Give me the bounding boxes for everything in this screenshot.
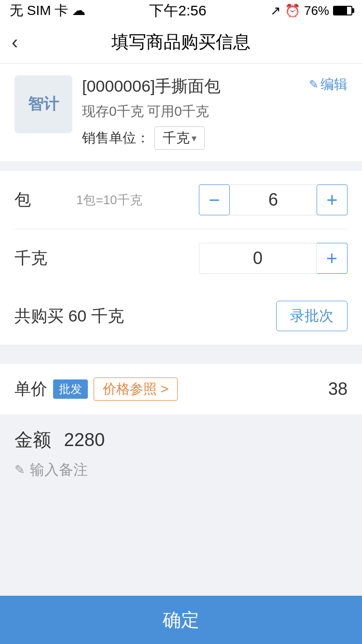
qianke-label: 千克 [14, 247, 72, 269]
amount-row: 金额 2280 [14, 428, 348, 452]
status-time: 下午2:56 [149, 1, 206, 21]
product-stock: 现存0千克 可用0千克 [82, 102, 348, 121]
summary-text: 共购买 60 千克 [14, 305, 124, 327]
battery-label: 76% [304, 3, 329, 18]
bao-qty-input[interactable] [230, 184, 317, 215]
price-tag: 批发 [53, 379, 88, 399]
status-left: 无 SIM 卡 ☁ [10, 1, 85, 20]
unit-row-label: 销售单位： [82, 129, 150, 147]
bao-section: 包 1包=10千克 − + 千克 + [0, 171, 362, 287]
bao-qty-control: − + [199, 184, 348, 215]
qianke-qty-control: + [199, 243, 348, 274]
bao-row: 包 1包=10千克 − + [14, 171, 348, 229]
sim-label: 无 SIM 卡 ☁ [10, 1, 85, 20]
nav-bar: ‹ 填写商品购买信息 [0, 21, 362, 64]
batch-button[interactable]: 录批次 [276, 301, 348, 331]
bao-decrement-button[interactable]: − [199, 184, 230, 215]
qianke-qty-input[interactable] [199, 243, 317, 274]
bao-sublabel: 1包=10千克 [76, 192, 199, 209]
price-label: 单价 [14, 378, 47, 400]
amount-label: 金额 [14, 430, 51, 450]
confirm-button[interactable]: 确定 [0, 596, 362, 644]
battery-icon [333, 6, 352, 15]
back-button[interactable]: ‹ [12, 31, 18, 53]
status-right: ↗ ⏰ 76% [270, 3, 352, 18]
bao-increment-button[interactable]: + [317, 184, 348, 215]
bao-label: 包 [14, 189, 72, 211]
note-label: 输入备注 [30, 460, 88, 480]
price-ref-button[interactable]: 价格参照 > [94, 378, 178, 401]
product-thumbnail: 智计 [14, 75, 72, 133]
unit-select[interactable]: 千克 ▾ [154, 126, 205, 150]
status-bar: 无 SIM 卡 ☁ 下午2:56 ↗ ⏰ 76% [0, 0, 362, 21]
edit-button[interactable]: ✎ 编辑 [309, 75, 348, 94]
section-divider-2 [0, 345, 362, 354]
product-name: [0000006]手撕面包 [82, 75, 348, 98]
dropdown-icon: ▾ [192, 132, 196, 144]
amount-section: 金额 2280 ✎ 输入备注 [0, 414, 362, 486]
qianke-increment-button[interactable]: + [317, 243, 348, 274]
amount-value: 2280 [64, 430, 105, 450]
location-icon: ↗ [270, 3, 281, 18]
price-section: 单价 批发 价格参照 > 38 [0, 364, 362, 414]
product-info: [0000006]手撕面包 现存0千克 可用0千克 销售单位： 千克 ▾ [82, 75, 348, 150]
product-logo: 智计 [28, 94, 59, 115]
section-divider-1 [0, 161, 362, 171]
alarm-icon: ⏰ [285, 3, 300, 18]
pencil-icon: ✎ [14, 462, 25, 477]
page-title: 填写商品购买信息 [111, 30, 251, 54]
product-unit-row: 销售单位： 千克 ▾ [82, 126, 348, 150]
edit-icon: ✎ [309, 78, 319, 91]
price-value: 38 [328, 379, 348, 399]
qianke-row: 千克 + [14, 229, 348, 287]
product-card: 智计 [0000006]手撕面包 现存0千克 可用0千克 销售单位： 千克 ▾ … [0, 64, 362, 161]
note-row[interactable]: ✎ 输入备注 [14, 460, 348, 480]
summary-section: 共购买 60 千克 录批次 [0, 287, 362, 345]
